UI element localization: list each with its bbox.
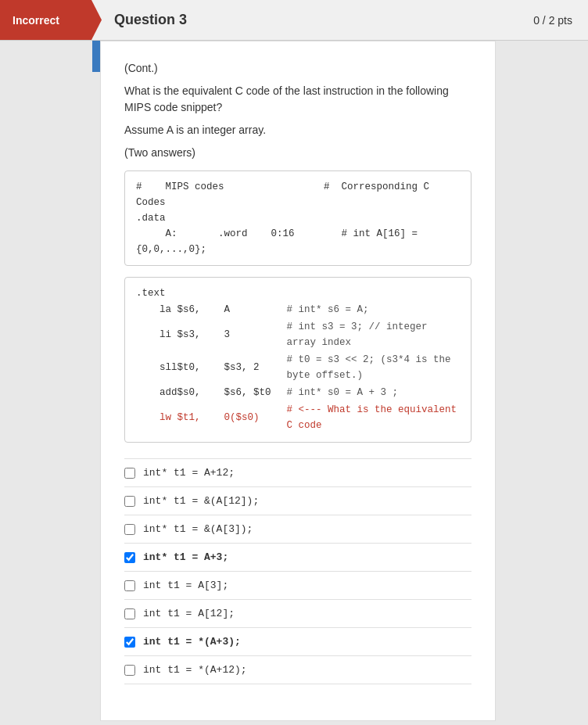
checkbox-a3[interactable]: [124, 524, 135, 535]
label-a4[interactable]: int* t1 = A+3;: [143, 551, 228, 563]
content-card: (Cont.) What is the equivalent C code of…: [100, 41, 496, 721]
code-line-header: # MIPS codes # Corresponding C Codes: [136, 179, 460, 210]
checkbox-a4[interactable]: [124, 552, 135, 563]
code-row-add: add $s0, $s6, $t0 # int* s0 = A + 3 ;: [136, 384, 460, 401]
answer-option-6[interactable]: int t1 = A[12];: [124, 600, 471, 628]
label-a5[interactable]: int t1 = A[3];: [143, 580, 228, 591]
body2-text: Assume A is an integer array.: [124, 122, 471, 138]
answer-option-8[interactable]: int t1 = *(A+12);: [124, 656, 471, 684]
code-line-data: .data: [136, 210, 460, 226]
label-a2[interactable]: int* t1 = &(A[12]);: [143, 495, 259, 507]
code-block-1: # MIPS codes # Corresponding C Codes .da…: [124, 170, 471, 266]
code-row-sll: sll $t0, $s3, 2 # t0 = s3 << 2; (s3*4 is…: [136, 351, 460, 384]
checkbox-a1[interactable]: [124, 468, 135, 479]
question-text: (Cont.) What is the equivalent C code of…: [124, 60, 471, 161]
comment-sll: # t0 = s3 << 2; (s3*4 is the byte offset…: [287, 354, 451, 381]
code-table: la $s6, A # int* s6 = A; li $s3, 3 # int…: [136, 301, 460, 434]
label-a3[interactable]: int* t1 = &(A[3]);: [143, 523, 253, 535]
checkbox-a7[interactable]: [124, 637, 135, 648]
body1-text: What is the equivalent C code of the las…: [124, 83, 471, 116]
code-row-lw: lw $t1, 0($s0) # <--- What is the equiva…: [136, 401, 460, 434]
label-a7[interactable]: int t1 = *(A+3);: [143, 636, 241, 648]
answer-option-3[interactable]: int* t1 = &(A[3]);: [124, 515, 471, 544]
code-line-a: A: .word 0:16 # int A[16] = {0,0,...,0};: [136, 226, 460, 257]
label-a6[interactable]: int t1 = A[12];: [143, 608, 235, 619]
checkbox-a8[interactable]: [124, 665, 135, 676]
answer-section: int* t1 = A+12; int* t1 = &(A[12]); int*…: [124, 458, 471, 684]
comment-la: # int* s6 = A;: [287, 304, 369, 315]
answer-option-1[interactable]: int* t1 = A+12;: [124, 458, 471, 487]
code-block-2: .text la $s6, A # int* s6 = A; li $s3, 3…: [124, 277, 471, 443]
cont-text: (Cont.): [124, 60, 471, 77]
code-row-li: li $s3, 3 # int s3 = 3; // integer array…: [136, 318, 460, 351]
points-label: 0 / 2 pts: [533, 14, 572, 27]
answer-option-4[interactable]: int* t1 = A+3;: [124, 544, 471, 572]
label-a8[interactable]: int t1 = *(A+12);: [143, 664, 247, 676]
side-tab: [92, 41, 100, 72]
page-wrapper: Incorrect Question 3 0 / 2 pts (Cont.) W…: [0, 0, 588, 725]
incorrect-label: Incorrect: [13, 14, 59, 27]
comment-li: # int s3 = 3; // integer array index: [287, 321, 428, 348]
checkbox-a2[interactable]: [124, 496, 135, 507]
code-text-section: .text: [136, 285, 460, 301]
body3-text: (Two answers): [124, 145, 471, 161]
label-a1[interactable]: int* t1 = A+12;: [143, 467, 235, 479]
code-row-la: la $s6, A # int* s6 = A;: [136, 301, 460, 318]
answer-option-5[interactable]: int t1 = A[3];: [124, 572, 471, 600]
incorrect-badge: Incorrect: [0, 0, 102, 40]
question-header: Incorrect Question 3 0 / 2 pts: [0, 0, 588, 41]
answer-option-2[interactable]: int* t1 = &(A[12]);: [124, 487, 471, 515]
checkbox-a5[interactable]: [124, 580, 135, 591]
comment-add: # int* s0 = A + 3 ;: [287, 387, 399, 398]
answer-option-7[interactable]: int t1 = *(A+3);: [124, 628, 471, 656]
checkbox-a6[interactable]: [124, 608, 135, 619]
question-title: Question 3: [114, 12, 187, 28]
comment-lw: # <--- What is the equivalent C code: [287, 404, 457, 431]
